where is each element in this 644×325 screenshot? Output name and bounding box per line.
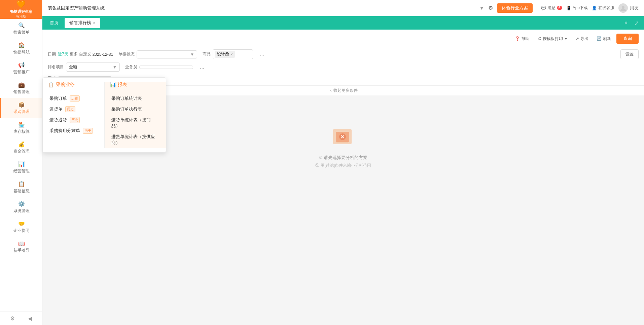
inbound-return-label: 进货退货 bbox=[49, 117, 67, 123]
sidebar-item-label: 资金管理 bbox=[13, 149, 30, 154]
salesperson-label: 业务员 bbox=[125, 64, 137, 70]
sidebar-item-label: 库存核算 bbox=[13, 129, 30, 134]
message-icon: 💬 bbox=[541, 6, 546, 10]
salesperson-select[interactable] bbox=[139, 66, 193, 69]
main-content: 装备及固定资产辅助管理系统 ▼ ⚙ 体验行业方案 💬 消息 6 📱 App下载 … bbox=[42, 0, 644, 325]
export-label: 导出 bbox=[580, 36, 588, 42]
inbound-return-history-badge: 历史 bbox=[70, 117, 80, 123]
empty-illustration bbox=[326, 122, 360, 149]
refresh-label: 刷新 bbox=[603, 36, 611, 42]
user-avatar bbox=[618, 3, 628, 13]
print-btn[interactable]: 🖨 按模板打印 ▼ bbox=[535, 35, 570, 43]
sidebar-collapse-btn[interactable]: ◀ bbox=[28, 315, 32, 322]
print-dropdown-icon[interactable]: ▼ bbox=[564, 37, 568, 41]
dropdown-item-purchase-expense[interactable]: 采购费用分摊单 历史 bbox=[48, 125, 99, 136]
tab-close-icon[interactable]: × bbox=[93, 21, 95, 25]
sidebar-item-label: 搜索菜单 bbox=[13, 30, 30, 35]
help-btn[interactable]: ❓ 帮助 bbox=[512, 35, 532, 43]
dropdown-item-purchase-order[interactable]: 采购订单 历史 bbox=[48, 93, 99, 104]
inbound-history-badge: 历史 bbox=[65, 106, 75, 112]
ranking-select[interactable]: 金额 ▼ bbox=[66, 63, 120, 72]
date-shortcut-custom[interactable]: 自定义 bbox=[79, 51, 91, 57]
sales-icon: 💼 bbox=[18, 82, 25, 88]
sidebar-item-guide[interactable]: 📖 新手引导 bbox=[0, 237, 42, 257]
dropdown-item-purchase-order-exec[interactable]: 采购订单执行表 bbox=[110, 104, 161, 115]
date-shortcut-7days[interactable]: 近7天 bbox=[58, 51, 68, 57]
sidebar-item-search[interactable]: 🔍 搜索菜单 bbox=[0, 19, 42, 39]
date-value: 2025-12-31 bbox=[93, 52, 113, 57]
tab-home[interactable]: 首页 bbox=[45, 18, 63, 28]
operations-icon: 📊 bbox=[18, 161, 25, 167]
sidebar-item-marketing[interactable]: 📢 营销推广 bbox=[0, 58, 42, 78]
inventory-icon: 🏪 bbox=[18, 121, 25, 128]
sidebar-item-label: 经营管理 bbox=[13, 168, 30, 174]
enterprise-icon: 🤝 bbox=[18, 220, 25, 227]
purchase-dropdown-menu: 📋 采购业务 采购订单 历史 进货单 历史 进货退货 历史 采购费用分摊单 历史… bbox=[42, 77, 166, 153]
query-button[interactable]: 查询 bbox=[616, 34, 639, 44]
dropdown-item-inbound-stat-supplier[interactable]: 进货单统计表（按供应商） bbox=[110, 131, 161, 148]
online-service-action[interactable]: 👤 在线客服 bbox=[592, 5, 614, 11]
settings-gear-icon[interactable]: ⚙ bbox=[488, 5, 493, 11]
help-icon: ❓ bbox=[515, 36, 520, 41]
export-btn[interactable]: ↗ 导出 bbox=[573, 35, 591, 43]
row2-ellipsis[interactable]: ... bbox=[199, 64, 206, 70]
purchase-order-label: 采购订单 bbox=[49, 95, 67, 101]
tab-home-label: 首页 bbox=[50, 20, 59, 26]
sidebar-item-system[interactable]: ⚙️ 系统管理 bbox=[0, 197, 42, 217]
sidebar-item-label: 系统管理 bbox=[13, 208, 30, 214]
sidebar-item-inventory[interactable]: 🏪 库存核算 bbox=[0, 118, 42, 138]
sidebar-logo: 🧡 畅捷通好生意 标准版 bbox=[0, 0, 42, 19]
help-label: 帮助 bbox=[521, 36, 529, 42]
tab-sales-ranking[interactable]: 销售排行榜 × bbox=[65, 18, 100, 28]
sidebar-item-enterprise[interactable]: 🤝 企业协同 bbox=[0, 217, 42, 237]
window-close-btn[interactable]: × bbox=[622, 20, 630, 26]
sidebar-item-capital[interactable]: 💰 资金管理 bbox=[0, 138, 42, 158]
refresh-btn[interactable]: 🔄 刷新 bbox=[594, 35, 614, 43]
window-expand-btn[interactable]: ⤢ bbox=[632, 20, 641, 26]
sidebar: 🧡 畅捷通好生意 标准版 🔍 搜索菜单 🏠 快捷导航 📢 营销推广 💼 销售管理… bbox=[0, 0, 42, 325]
page-content: ❓ 帮助 🖨 按模板打印 ▼ ↗ 导出 🔄 刷新 查询 bbox=[42, 30, 644, 325]
sidebar-item-basic[interactable]: 📋 基础信息 bbox=[0, 177, 42, 197]
goods-label: 商品 bbox=[203, 51, 211, 57]
filter-row-1: 日期 近7天 更多 自定义 2025-12-31 单据状态 ▼ bbox=[48, 49, 639, 59]
dropdown-item-inbound-return[interactable]: 进货退货 历史 bbox=[48, 115, 99, 125]
sidebar-item-purchase[interactable]: 📦 采购管理 bbox=[0, 98, 42, 118]
date-shortcut-more[interactable]: 更多 bbox=[70, 51, 78, 57]
logo-line1: 畅捷通好生意 bbox=[10, 9, 32, 14]
collapse-up-icon: ∧ bbox=[329, 88, 332, 93]
app-download-label: App下载 bbox=[573, 5, 588, 11]
app-download-action[interactable]: 📱 App下载 bbox=[566, 5, 588, 11]
tab-sales-ranking-label: 销售排行榜 bbox=[69, 20, 91, 26]
export-icon: ↗ bbox=[576, 36, 579, 41]
row1-ellipsis[interactable]: ... bbox=[258, 51, 265, 57]
sidebar-item-label: 销售管理 bbox=[13, 89, 30, 95]
dropdown-item-inbound[interactable]: 进货单 历史 bbox=[48, 104, 99, 115]
sidebar-item-label: 快捷导航 bbox=[13, 49, 30, 55]
dropdown-item-purchase-order-stat[interactable]: 采购订单统计表 bbox=[110, 93, 161, 104]
sidebar-item-sales[interactable]: 💼 销售管理 bbox=[0, 78, 42, 98]
topbar: 装备及固定资产辅助管理系统 ▼ ⚙ 体验行业方案 💬 消息 6 📱 App下载 … bbox=[42, 0, 644, 16]
goods-tag: 设计桑 × bbox=[215, 51, 235, 58]
voucher-status-label: 单据状态 bbox=[118, 51, 135, 57]
sidebar-settings-btn[interactable]: ⚙ bbox=[10, 315, 15, 322]
logo-line2: 标准版 bbox=[16, 14, 26, 19]
logo-icon: 🧡 bbox=[16, 0, 26, 9]
message-action[interactable]: 💬 消息 6 bbox=[541, 5, 562, 11]
user-profile[interactable]: 用友 bbox=[618, 3, 639, 13]
sidebar-item-quick-nav[interactable]: 🏠 快捷导航 bbox=[0, 39, 42, 58]
report-col-title: 报表 bbox=[118, 82, 127, 88]
industry-btn[interactable]: 体验行业方案 bbox=[497, 3, 533, 13]
print-icon: 🖨 bbox=[537, 36, 541, 41]
goods-tag-close-btn[interactable]: × bbox=[230, 52, 233, 57]
marketing-icon: 📢 bbox=[18, 62, 25, 68]
title-dropdown-icon[interactable]: ▼ bbox=[479, 5, 484, 11]
system-icon: ⚙️ bbox=[18, 201, 25, 207]
ranking-value: 金额 bbox=[69, 64, 77, 70]
phone-icon: 📱 bbox=[566, 6, 571, 10]
voucher-status-select[interactable]: ▼ bbox=[137, 50, 197, 58]
dropdown-item-inbound-stat-goods[interactable]: 进货单统计表（按商品） bbox=[110, 115, 161, 131]
filter-row-2: 排名项目 金额 ▼ 业务员 ... bbox=[48, 63, 639, 72]
settings-button[interactable]: 设置 bbox=[620, 49, 639, 59]
sidebar-item-operations[interactable]: 📊 经营管理 bbox=[0, 158, 42, 177]
filter-salesperson: 业务员 bbox=[125, 64, 193, 70]
